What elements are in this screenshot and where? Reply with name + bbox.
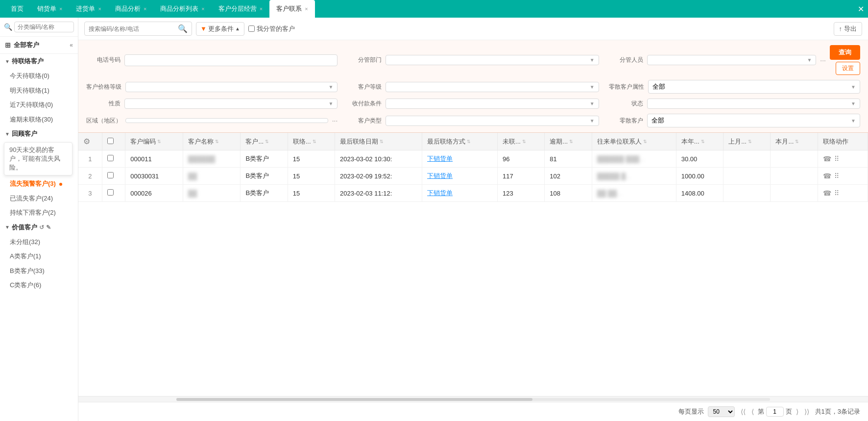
per-page-select[interactable]: 50 100 200: [708, 406, 735, 417]
sort-way: ⇅: [467, 139, 471, 144]
filter-price-grade: 客户价格等级 ▼: [86, 80, 338, 94]
retail-attr-select[interactable]: 全部 ▼: [648, 80, 860, 94]
sidebar-item-declining[interactable]: 持续下滑客户(2): [0, 205, 78, 220]
close-customer-tier-tab[interactable]: ×: [260, 6, 263, 12]
close-purchase-tab[interactable]: ×: [98, 6, 101, 12]
call-icon[interactable]: ☎: [823, 189, 831, 197]
prev-page-btn[interactable]: ⟨: [749, 407, 756, 417]
manager-label: 分管人员: [609, 56, 643, 64]
search-button[interactable]: 🔍: [178, 24, 188, 33]
sidebar-search-input[interactable]: [14, 22, 74, 32]
call-icon[interactable]: ☎: [823, 155, 831, 163]
tab-analysis[interactable]: 商品分析 ×: [108, 0, 153, 18]
sidebar-item-churn-warning[interactable]: 流失预警客户(3): [0, 176, 78, 191]
row-check[interactable]: [102, 185, 125, 202]
nature-select[interactable]: ▼: [124, 99, 338, 109]
cust-type-select[interactable]: ▼: [386, 116, 599, 126]
tab-analysis-list[interactable]: 商品分析列表 ×: [153, 0, 211, 18]
row-last-way[interactable]: 下销货单: [422, 150, 498, 168]
next-page-btn[interactable]: ⟩: [794, 407, 800, 417]
tab-customer-tier[interactable]: 客户分层经营 ×: [212, 0, 269, 18]
sidebar-item-today[interactable]: 今天待联络(0): [0, 69, 78, 83]
row-code: 00030031: [125, 168, 183, 185]
horizontal-scrollbar[interactable]: [78, 396, 868, 402]
row-check[interactable]: [102, 150, 125, 168]
sort-uncontacted: ⇅: [522, 139, 526, 144]
query-button[interactable]: 查询: [830, 45, 860, 60]
th-name[interactable]: 客户名称 ⇅: [183, 133, 241, 150]
search-input[interactable]: [89, 25, 178, 32]
sidebar-item-c-class[interactable]: C类客户(6): [0, 278, 78, 293]
scrollbar-thumb[interactable]: [176, 398, 532, 401]
th-contact[interactable]: 联络... ⇅: [288, 133, 335, 150]
th-uncontacted[interactable]: 未联... ⇅: [498, 133, 545, 150]
row-last-way[interactable]: 下销货单: [422, 168, 498, 185]
export-button[interactable]: ↑ 导出: [834, 22, 863, 36]
th-gear[interactable]: ⚙: [78, 133, 102, 150]
sidebar-group-value[interactable]: ▼ 价值客户 ↺ ✎: [0, 220, 78, 235]
refresh-icon[interactable]: ↺: [39, 224, 44, 231]
page-input[interactable]: [766, 407, 784, 417]
th-last-month[interactable]: 上月... ⇅: [723, 133, 771, 150]
more-actions-icon[interactable]: ⠿: [834, 155, 839, 163]
th-this-year[interactable]: 本年... ⇅: [676, 133, 723, 150]
sidebar-item-tomorrow[interactable]: 明天待联络(1): [0, 83, 78, 98]
filter-retail-cust: 零散客户 全部 ▼: [609, 114, 860, 127]
close-customer-contact-tab[interactable]: ×: [305, 6, 308, 12]
sidebar-group-churn[interactable]: ▼ 回顾客户: [0, 126, 78, 141]
close-analysis-list-tab[interactable]: ×: [201, 6, 204, 12]
call-icon[interactable]: ☎: [823, 172, 831, 180]
phone-input[interactable]: [124, 54, 338, 66]
sidebar-item-ungrouped[interactable]: 未分组(32): [0, 235, 78, 249]
th-this-month[interactable]: 本月... ⇅: [771, 133, 818, 150]
region-more[interactable]: ···: [332, 117, 338, 124]
close-analysis-tab[interactable]: ×: [144, 6, 146, 12]
th-check[interactable]: [102, 133, 125, 150]
th-overdue[interactable]: 逾期... ⇅: [545, 133, 592, 150]
status-chevron: ▼: [851, 101, 856, 106]
first-page-btn[interactable]: ⟨⟨: [739, 407, 747, 417]
cust-grade-select[interactable]: ▼: [386, 82, 599, 92]
tab-customer-contact[interactable]: 客户联系 ×: [269, 0, 314, 18]
tab-purchase[interactable]: 进货单 ×: [69, 0, 108, 18]
my-customers-checkbox[interactable]: 我分管的客户: [248, 25, 295, 33]
row-check[interactable]: [102, 168, 125, 185]
th-type[interactable]: 客户... ⇅: [241, 133, 288, 150]
tab-home[interactable]: 首页: [4, 0, 30, 18]
th-last-way[interactable]: 最后联络方式 ⇅: [422, 133, 498, 150]
region-select[interactable]: [125, 118, 328, 123]
sidebar-item-already-churn[interactable]: 已流失客户(24): [0, 191, 78, 206]
more-conditions-button[interactable]: ▼ 更多条件 ▲: [196, 22, 244, 36]
th-history[interactable]: 往来单位联系人 ⇅: [592, 133, 676, 150]
dept-select[interactable]: ▼: [386, 55, 599, 65]
sidebar-group-pending[interactable]: ▼ 待联络客户: [0, 54, 78, 69]
th-last-date[interactable]: 最后联络日期 ⇅: [335, 133, 422, 150]
manager-select[interactable]: ▼: [647, 55, 817, 65]
close-all-button[interactable]: ✕: [858, 4, 864, 14]
sidebar-item-7days[interactable]: 近7天待联络(0): [0, 98, 78, 112]
retail-cust-select[interactable]: 全部 ▼: [647, 114, 860, 127]
row-last-way[interactable]: 下销货单: [422, 185, 498, 202]
price-grade-select[interactable]: ▼: [125, 82, 338, 92]
sidebar-item-overdue[interactable]: 逾期未联络(30): [0, 112, 78, 127]
manager-more[interactable]: ···: [820, 56, 826, 64]
tab-sales[interactable]: 销货单 ×: [30, 0, 69, 18]
status-select[interactable]: ▼: [647, 99, 860, 109]
sidebar-item-a-class[interactable]: A类客户(1): [0, 249, 78, 264]
payment-select[interactable]: ▼: [386, 99, 599, 109]
row-code: 000011: [125, 150, 183, 168]
close-sales-tab[interactable]: ×: [59, 6, 62, 12]
sidebar-all-customers[interactable]: ⊞ 全部客户 «: [0, 37, 78, 54]
gear-icon[interactable]: ⚙: [83, 137, 90, 146]
settings-button[interactable]: 设置: [836, 62, 860, 75]
last-page-btn[interactable]: ⟩⟩: [802, 407, 811, 417]
more-actions-icon[interactable]: ⠿: [834, 189, 839, 197]
edit-icon[interactable]: ✎: [46, 224, 51, 231]
cust-type-chevron: ▼: [590, 118, 595, 124]
th-code[interactable]: 客户编码 ⇅: [125, 133, 183, 150]
more-actions-icon[interactable]: ⠿: [834, 172, 839, 180]
sidebar-item-b-class[interactable]: B类客户(33): [0, 264, 78, 278]
filter-customer-grade: 客户等级 ▼: [347, 80, 599, 94]
select-all-checkbox[interactable]: [107, 138, 114, 144]
my-customers-check[interactable]: [248, 25, 255, 32]
